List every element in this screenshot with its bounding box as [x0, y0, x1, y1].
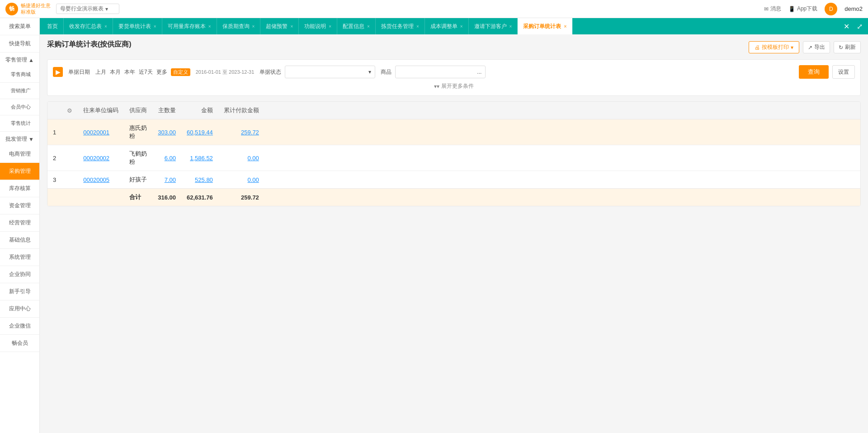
sidebar-item-system[interactable]: 系统管理 [0, 249, 39, 266]
date-shortcut-thismonth[interactable]: 本月 [110, 68, 121, 76]
tab-receive-send[interactable]: 收发存汇总表 × [64, 18, 113, 34]
col-header-amount: 金额 [181, 102, 218, 119]
date-shortcut-thisyear[interactable]: 本年 [124, 68, 135, 76]
tab-close-icon[interactable]: × [564, 24, 566, 29]
sidebar-item-operation[interactable]: 经营管理 [0, 214, 39, 232]
tab-overstock[interactable]: 超储预警 × [260, 18, 299, 34]
sidebar-item-vip[interactable]: 畅会员 [0, 335, 39, 352]
tab-close-icon[interactable]: × [252, 24, 255, 29]
code-link-3[interactable]: 00020005 [83, 176, 109, 183]
tab-maximize-icon[interactable]: ⤢ [855, 21, 864, 32]
tab-bar-actions: ✕ ⤢ [842, 21, 868, 32]
qty-link-3[interactable]: 7.00 [165, 176, 176, 183]
row-paid-2: 0.00 [218, 145, 264, 171]
sidebar-item-ecommerce[interactable]: 电商管理 [0, 146, 39, 163]
row-code-3: 00020005 [78, 171, 124, 189]
tab-close-icon[interactable]: × [509, 24, 512, 29]
sidebar-item-newguide[interactable]: 新手引导 [0, 283, 39, 300]
code-link-2[interactable]: 00020002 [83, 155, 109, 162]
row-supplier-2: 飞鹤奶粉 [124, 145, 152, 171]
tab-close-icon[interactable]: × [460, 24, 463, 29]
sidebar-item-wechat[interactable]: 企业微信 [0, 318, 39, 335]
row-paid-1: 259.72 [218, 119, 264, 145]
amount-link-3[interactable]: 525.80 [195, 176, 213, 183]
date-shortcut-7days[interactable]: 近7天 [139, 68, 153, 76]
filter-row: ▶ 单据日期 上月 本月 本年 近7天 更多 自定义 2016-01-01 至 … [53, 65, 855, 79]
qty-link-1[interactable]: 303.00 [158, 129, 176, 136]
tab-close-icon[interactable]: × [367, 24, 370, 29]
sidebar-item-retail[interactable]: 零售管理 ▲ [0, 52, 39, 67]
table-row: 3 00020005 好孩子 7.00 525.80 [47, 171, 860, 189]
sidebar-item-finance[interactable]: 资金管理 [0, 197, 39, 214]
row-empty-1 [264, 119, 860, 145]
refresh-button[interactable]: ↻ 刷新 [834, 41, 861, 53]
tab-goods-stat[interactable]: 要货单统计表 × [113, 18, 162, 34]
tab-home[interactable]: 首页 [42, 18, 64, 34]
top-bar-right: ✉ 消息 📱 App下载 D demo2 [764, 3, 863, 15]
expand-icon: ▾▾ [434, 83, 439, 90]
tab-config[interactable]: 配置信息 × [337, 18, 376, 34]
filter-toggle-button[interactable]: ▶ [53, 67, 63, 77]
sidebar-item-search[interactable]: 搜索菜单 [0, 18, 39, 35]
workspace-selector[interactable]: 母婴行业演示账表 ▾ [56, 4, 119, 14]
row-amount-1: 60,519.44 [181, 119, 218, 145]
sidebar-item-retail-shop[interactable]: 零售商城 [0, 67, 39, 83]
amount-link-1[interactable]: 60,519.44 [187, 129, 213, 136]
sidebar-item-quicknav[interactable]: 快捷导航 [0, 35, 39, 52]
tab-close-icon[interactable]: × [208, 24, 211, 29]
sidebar-item-enterprise[interactable]: 企业协同 [0, 266, 39, 283]
tab-pick-task[interactable]: 拣货任务管理 × [376, 18, 425, 34]
sidebar-item-retail-stat[interactable]: 零售统计 [0, 115, 39, 132]
tab-warranty[interactable]: 保质期查询 × [217, 18, 261, 34]
tab-cost-adjust[interactable]: 成本调整单 × [425, 18, 469, 34]
custom-date-badge[interactable]: 自定义 [171, 68, 190, 76]
tab-invite-downstream[interactable]: 邀请下游客户 × [469, 18, 518, 34]
row-qty-1: 303.00 [152, 119, 181, 145]
paid-link-2[interactable]: 0.00 [248, 155, 259, 162]
tab-close-icon[interactable]: × [290, 24, 293, 29]
paid-link-3[interactable]: 0.00 [248, 176, 259, 183]
paid-link-1[interactable]: 259.72 [241, 129, 259, 136]
print-button[interactable]: 🖨 按模板打印 ▾ [749, 41, 799, 53]
col-header-code: 往来单位编码 [78, 102, 124, 119]
row-idx-2: 2 [47, 145, 61, 171]
app-download-button[interactable]: 📱 App下载 [788, 5, 817, 13]
sidebar-item-purchase[interactable]: 采购管理 [0, 163, 39, 180]
code-link-1[interactable]: 00020001 [83, 129, 109, 136]
col-settings-icon[interactable]: ⚙ [67, 107, 72, 114]
sidebar: 搜索菜单 快捷导航 零售管理 ▲ 零售商城 营销推广 会员中心 零售统计 批发管… [0, 18, 40, 433]
query-button[interactable]: 查询 [799, 65, 829, 79]
goods-input[interactable]: ... [395, 66, 486, 78]
table-row: 1 00020001 惠氏奶粉 303.00 60,519.44 [47, 119, 860, 145]
settings-button[interactable]: 设置 [832, 65, 855, 79]
date-shortcut-more[interactable]: 更多 [156, 68, 167, 76]
sidebar-item-appcenter[interactable]: 应用中心 [0, 300, 39, 318]
sidebar-item-wholesale[interactable]: 批发管理 ▼ [0, 132, 39, 146]
tab-close-icon[interactable]: × [104, 24, 107, 29]
page-title: 采购订单统计表(按供应商) [47, 40, 132, 49]
table-header-row: ⚙ 往来单位编码 供应商 主数量 金额 累计付款金额 [47, 102, 860, 119]
amount-link-2[interactable]: 1,586.52 [190, 155, 213, 162]
tab-close-icon[interactable]: × [329, 24, 331, 29]
col-header-idx [47, 102, 61, 119]
expand-more-button[interactable]: ▾▾ 展开更多条件 [434, 82, 474, 90]
export-button[interactable]: ↗ 导出 [803, 41, 830, 53]
tab-purchase-stat[interactable]: 采购订单统计表 × [518, 18, 572, 34]
message-button[interactable]: ✉ 消息 [764, 5, 781, 13]
sidebar-item-inventory[interactable]: 库存核算 [0, 180, 39, 197]
qty-link-2[interactable]: 6.00 [165, 155, 176, 162]
tab-close-icon[interactable]: × [154, 24, 156, 29]
table-footer-row: 合计 316.00 62,631.76 259.72 [47, 189, 860, 206]
sidebar-item-marketing[interactable]: 营销推广 [0, 83, 39, 99]
tab-close-all-icon[interactable]: ✕ [842, 21, 851, 32]
top-bar: 畅 畅捷通好生意 标准版 母婴行业演示账表 ▾ ✉ 消息 📱 App下载 D d… [0, 0, 868, 18]
tab-close-icon[interactable]: × [416, 24, 419, 29]
col-header-settings: ⚙ [61, 102, 78, 119]
sidebar-item-basic[interactable]: 基础信息 [0, 232, 39, 249]
col-header-paid: 累计付款金额 [218, 102, 264, 119]
sidebar-item-member[interactable]: 会员中心 [0, 99, 39, 115]
date-shortcut-lastmonth[interactable]: 上月 [95, 68, 106, 76]
tab-funcdesc[interactable]: 功能说明 × [299, 18, 337, 34]
tab-avail-inventory[interactable]: 可用量库存账本 × [162, 18, 217, 34]
status-select[interactable]: ▾ [285, 66, 375, 78]
